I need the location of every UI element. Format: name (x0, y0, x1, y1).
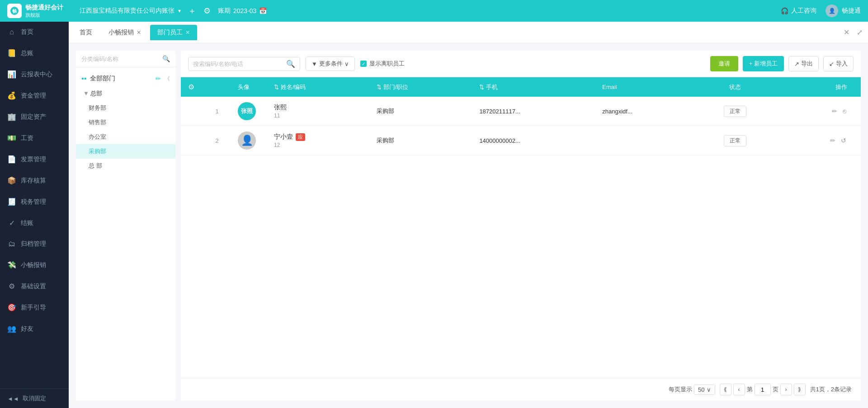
dept-collapse-icon[interactable]: 《 (165, 75, 170, 83)
employee-search-input[interactable] (193, 61, 283, 67)
sidebar-item-label: 库存核算 (21, 177, 46, 185)
sidebar-item-settings[interactable]: ⚙ 基础设置 (0, 276, 69, 297)
avatar: 张照 (238, 102, 256, 120)
dept-col-label: 部门/职位 (383, 84, 409, 90)
row2-settings (181, 126, 203, 155)
import-label: 导入 (836, 60, 848, 68)
action-column-header: 操作 (776, 77, 861, 97)
sidebar-item-label: 工资 (21, 134, 33, 142)
row1-email: zhangxidf... (595, 97, 694, 126)
avatar-silhouette-icon: 👤 (241, 135, 253, 146)
right-panel: 🔍 ▼ 更多条件 ∨ ✓ 显示离职员工 (181, 51, 861, 401)
invite-button[interactable]: 邀请 (710, 56, 738, 71)
table: ⚙ 头像 ⇅ 姓名/编码 (181, 77, 861, 155)
refresh-icon[interactable]: ↺ (841, 137, 846, 144)
page-size-dropdown[interactable]: 50 ∨ (694, 385, 715, 395)
sidebar-item-archive[interactable]: 🗂 归档管理 (0, 234, 69, 254)
sidebar-item-capital[interactable]: 💰 资金管理 (0, 85, 69, 106)
export-icon: ↗ (794, 61, 799, 67)
sidebar-item-invoice[interactable]: 📄 发票管理 (0, 149, 69, 170)
sidebar-unpin[interactable]: ◄◄ 取消固定 (0, 389, 69, 408)
row1-settings (181, 97, 203, 126)
prev-page-button[interactable]: ‹ (733, 384, 745, 395)
calendar-icon[interactable]: 📅 (259, 7, 267, 14)
sidebar-item-label: 云报表中心 (21, 70, 52, 79)
filter-button[interactable]: ▼ 更多条件 ∨ (306, 56, 355, 71)
dept-sales[interactable]: 销售部 (76, 115, 175, 130)
tab-department-close-icon[interactable]: ✕ (185, 30, 190, 35)
next-page-button[interactable]: › (780, 384, 792, 395)
user-area[interactable]: 👤 畅捷通 (826, 5, 861, 17)
service-label: 人工咨询 (791, 7, 816, 15)
first-page-button[interactable]: ⟪ (720, 384, 731, 395)
show-resigned-checkbox[interactable]: ✓ 显示离职员工 (360, 60, 405, 68)
chevron-down-icon: ∨ (707, 386, 711, 393)
dept-finance-label: 财务部 (89, 104, 106, 111)
phone-col-label: 手机 (486, 84, 498, 90)
avatar: 👤 (826, 5, 838, 17)
sidebar: ⌂ 首页 📒 总账 📊 云报表中心 💰 资金管理 🏢 固定资产 💵 工资 (0, 22, 69, 408)
home-icon: ⌂ (7, 28, 16, 36)
dept-finance[interactable]: 财务部 (76, 101, 175, 115)
dept-office[interactable]: 办公室 (76, 130, 175, 144)
guide-icon: 🎯 (7, 303, 16, 312)
sidebar-item-label: 固定资产 (21, 113, 46, 121)
sidebar-item-label: 新手引导 (21, 304, 46, 312)
add-button[interactable]: ＋ (188, 5, 196, 16)
sidebar-item-general-ledger[interactable]: 📒 总账 (0, 42, 69, 64)
tab-expense-close-icon[interactable]: ✕ (137, 30, 141, 35)
settings-icon[interactable]: ⚙ (188, 83, 194, 91)
tab-home[interactable]: 首页 (72, 25, 99, 40)
email-column-header: Email (595, 77, 694, 97)
num-column-header (203, 77, 231, 97)
sidebar-item-home[interactable]: ⌂ 首页 (0, 22, 69, 42)
sidebar-item-guide[interactable]: 🎯 新手引导 (0, 297, 69, 318)
tab-bar-actions: ✕ ⤢ (842, 26, 864, 38)
dept-list: ▪▪ 全部部门 ✏ 《 ▼ 总部 财务部 销售部 (76, 67, 175, 401)
import-button[interactable]: ↙ 导入 (823, 56, 854, 71)
dept-hq-label: 总 部 (89, 162, 102, 169)
sidebar-item-closing[interactable]: ✓ 结账 (0, 212, 69, 234)
row1-actions: ✏ ⎋ (776, 97, 861, 126)
phone-value: 18720211117... (479, 108, 520, 115)
dept-edit-icon[interactable]: ✏ (156, 75, 161, 82)
service-button[interactable]: 🎧 人工咨询 (781, 7, 816, 15)
dept-purchase[interactable]: 采购部 (76, 144, 175, 159)
edit-icon[interactable]: ✏ (832, 108, 837, 115)
edit-icon[interactable]: ✏ (830, 137, 835, 144)
sidebar-item-fixed-assets[interactable]: 🏢 固定资产 (0, 106, 69, 127)
sidebar-item-tax[interactable]: 🧾 税务管理 (0, 191, 69, 212)
sidebar-item-payroll[interactable]: 💵 工资 (0, 127, 69, 149)
phone-value: 14000000002... (479, 137, 520, 144)
tab-close-window-icon[interactable]: ✕ (842, 26, 851, 38)
tab-home-label: 首页 (80, 28, 92, 37)
dept-search-icon[interactable]: 🔍 (162, 55, 170, 62)
sidebar-item-expense[interactable]: 💸 小畅报销 (0, 254, 69, 276)
dept-all[interactable]: ▪▪ 全部部门 ✏ 《 (76, 71, 175, 86)
logo-area: 畅 畅捷通好会计 旗舰版 (7, 4, 75, 19)
last-page-button[interactable]: ⟫ (794, 384, 806, 395)
add-employee-button[interactable]: + 新增员工 (743, 56, 784, 71)
avatar-col-label: 头像 (238, 84, 250, 90)
page-size-value: 50 (698, 386, 704, 393)
export-button[interactable]: ↗ 导出 (788, 56, 819, 71)
page-number-input[interactable] (755, 384, 771, 395)
name-column-header[interactable]: ⇅ 姓名/编码 (267, 77, 369, 97)
table-header: ⚙ 头像 ⇅ 姓名/编码 (181, 77, 861, 97)
account-period: 账期 2023-03 📅 (218, 7, 267, 15)
tab-expense[interactable]: 小畅报销 ✕ (101, 25, 148, 40)
dept-hq[interactable]: 总 部 (76, 159, 175, 173)
tab-department[interactable]: 部门员工 ✕ (150, 25, 197, 40)
show-resigned-label: 显示离职员工 (369, 60, 405, 68)
phone-column-header[interactable]: ⇅ 手机 (472, 77, 595, 97)
company-selector[interactable]: 江西服宝精品有限责任公司内账张 ▾ (80, 7, 181, 15)
sidebar-item-cooperate[interactable]: 👥 好友 (0, 318, 69, 339)
tab-maximize-icon[interactable]: ⤢ (855, 26, 864, 38)
dept-search-input[interactable] (81, 56, 160, 62)
row1-status: 正常 (694, 97, 776, 126)
dept-column-header[interactable]: ⇅ 部门/职位 (369, 77, 472, 97)
sidebar-item-inventory[interactable]: 📦 库存核算 (0, 170, 69, 191)
sidebar-item-reports[interactable]: 📊 云报表中心 (0, 64, 69, 85)
settings-button[interactable]: ⚙ (203, 6, 211, 16)
logout-icon[interactable]: ⎋ (843, 108, 846, 115)
